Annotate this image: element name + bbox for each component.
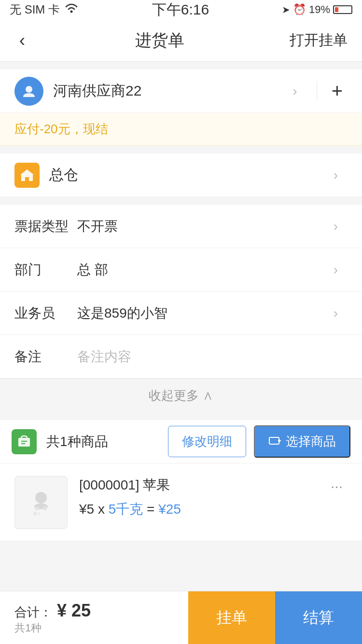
warehouse-row[interactable]: 总仓 › [0, 154, 362, 197]
warehouse-icon [14, 163, 40, 188]
supplier-name: 河南供应商22 [53, 81, 292, 101]
warehouse-chevron-icon: › [334, 168, 338, 183]
time-label: 下午6:16 [152, 0, 209, 20]
divider [317, 82, 317, 101]
collapse-bar[interactable]: 收起更多 ∧ [0, 378, 362, 412]
products-count: 共1种商品 [46, 433, 168, 451]
dept-value: 总 部 [77, 261, 334, 279]
bottom-bar: 合计： ¥ 25 共1种 挂单 结算 [0, 591, 362, 644]
battery-pct: 19% [309, 3, 330, 16]
product-menu-button[interactable]: ··· [326, 476, 348, 496]
invoice-value: 不开票 [77, 217, 334, 236]
checkout-button[interactable]: 结算 [275, 591, 362, 644]
products-header: 共1种商品 修改明细 选择商品 [0, 420, 362, 463]
collapse-label: 收起更多 ∧ [149, 387, 213, 404]
svg-marker-3 [20, 169, 34, 175]
open-pending-button[interactable]: 打开挂单 [290, 30, 348, 50]
warehouse-card: 总仓 › [0, 154, 362, 197]
svg-rect-5 [18, 438, 30, 447]
product-total: ¥25 [158, 502, 181, 517]
add-supplier-button[interactable]: + [327, 75, 348, 107]
supplier-card: 河南供应商22 › + 应付-20元，现结 [0, 70, 362, 146]
page-title: 进货单 [135, 29, 184, 52]
nav-bar: ‹ 进货单 打开挂单 [0, 19, 362, 62]
total-amount: ¥ 25 [57, 601, 91, 621]
product-code: [0000001] [79, 477, 139, 492]
salesman-row[interactable]: 业务员 这是859的小智 › [0, 292, 362, 335]
status-bar: 无 SIM 卡 下午6:16 ➤ ⏰ 19% [0, 0, 362, 19]
select-product-button[interactable]: 选择商品 [254, 425, 350, 458]
product-name: [0000001] 苹果 [79, 476, 326, 494]
supplier-row[interactable]: 河南供应商22 › + [0, 70, 362, 113]
svg-text:督十: 督十 [33, 512, 41, 516]
back-button[interactable]: ‹ [14, 26, 30, 56]
dept-chevron-icon: › [334, 262, 338, 278]
location-icon: ➤ [282, 4, 290, 15]
invoice-chevron-icon: › [334, 219, 338, 234]
remark-label: 备注 [14, 348, 77, 366]
carrier-label: 无 SIM 卡 [10, 2, 60, 17]
form-card: 票据类型 不开票 › 部门 总 部 › 业务员 这是859的小智 › 备注 备注… [0, 205, 362, 378]
products-icon [12, 429, 37, 454]
product-qty: 5千克 [109, 502, 143, 517]
select-product-label: 选择商品 [286, 433, 336, 450]
product-thumbnail: 督十 [14, 476, 68, 529]
remark-row[interactable]: 备注 备注内容 [0, 335, 362, 378]
battery-icon [333, 5, 352, 14]
total-section: 合计： ¥ 25 共1种 [0, 601, 188, 635]
svg-point-13 [35, 506, 39, 510]
svg-rect-8 [269, 437, 279, 444]
invoice-row[interactable]: 票据类型 不开票 › [0, 205, 362, 248]
hang-button[interactable]: 挂单 [188, 591, 275, 644]
svg-point-1 [26, 86, 32, 93]
supplier-avatar [14, 77, 43, 106]
status-left: 无 SIM 卡 [10, 2, 79, 17]
products-card: 共1种商品 修改明细 选择商品 [0, 420, 362, 541]
supplier-alert: 应付-20元，现结 [0, 113, 362, 146]
status-right: ➤ ⏰ 19% [282, 3, 352, 16]
product-item: 督十 [0000001] 苹果 ¥5 x 5千克 = ¥25 ··· [0, 464, 362, 541]
salesman-label: 业务员 [14, 304, 77, 322]
svg-point-0 [70, 11, 73, 13]
total-sub: 共1种 [14, 621, 174, 635]
total-label: 合计： ¥ 25 [14, 601, 174, 621]
wifi-icon [64, 3, 79, 16]
remark-value: 备注内容 [77, 348, 348, 366]
product-price: ¥5 x 5千克 = ¥25 [79, 500, 326, 518]
invoice-label: 票据类型 [14, 217, 77, 236]
alarm-icon: ⏰ [293, 3, 306, 16]
supplier-chevron-icon: › [292, 84, 297, 99]
product-title: 苹果 [143, 477, 170, 492]
warehouse-name: 总仓 [49, 165, 334, 185]
product-info: [0000001] 苹果 ¥5 x 5千克 = ¥25 [79, 476, 326, 518]
main-content: 河南供应商22 › + 应付-20元，现结 总仓 › 票据类型 不开票 › [0, 70, 362, 599]
salesman-chevron-icon: › [334, 306, 338, 321]
salesman-value: 这是859的小智 [77, 304, 334, 322]
svg-point-14 [43, 506, 47, 510]
dept-label: 部门 [14, 261, 77, 279]
svg-rect-4 [25, 177, 29, 181]
dept-row[interactable]: 部门 总 部 › [0, 248, 362, 292]
edit-detail-button[interactable]: 修改明细 [168, 426, 246, 457]
